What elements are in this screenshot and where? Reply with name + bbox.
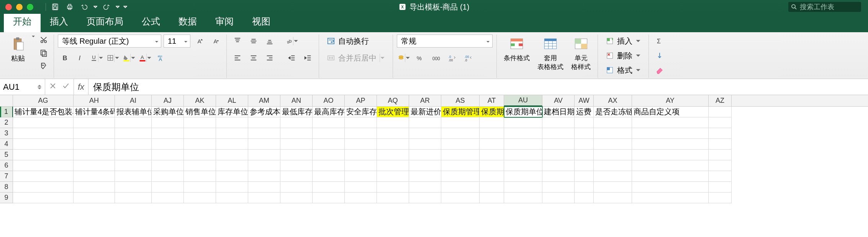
cell-AM1[interactable]: 参考成本 <box>248 107 280 117</box>
cell-AY1[interactable]: 商品自定义项 <box>632 107 709 117</box>
cell-AK3[interactable] <box>184 128 216 139</box>
formula-input[interactable] <box>88 79 868 95</box>
cell-AO1[interactable]: 最高库存 <box>313 107 345 117</box>
cell-AU8[interactable] <box>504 182 542 193</box>
cell-AI9[interactable] <box>115 193 152 203</box>
cell-AM2[interactable] <box>248 117 280 128</box>
tab-review[interactable]: 审阅 <box>206 12 243 32</box>
cell-AH8[interactable] <box>74 182 115 193</box>
cell-AL3[interactable] <box>216 128 248 139</box>
column-header-AL[interactable]: AL <box>216 95 248 106</box>
cell-AS7[interactable] <box>441 171 480 182</box>
cell-AJ7[interactable] <box>152 171 184 182</box>
cell-AP9[interactable] <box>345 193 377 203</box>
cell-AS3[interactable] <box>441 128 480 139</box>
cell-AM5[interactable] <box>248 150 280 160</box>
cell-AO8[interactable] <box>313 182 345 193</box>
conditional-format-button[interactable]: 条件格式 <box>501 35 533 64</box>
column-header-AR[interactable]: AR <box>409 95 441 106</box>
cell-AS8[interactable] <box>441 182 480 193</box>
paste-dropdown[interactable] <box>31 35 36 38</box>
clear-button[interactable] <box>653 64 667 77</box>
increase-decimal-button[interactable]: .0.00 <box>445 51 459 64</box>
format-painter-button[interactable] <box>38 61 50 71</box>
cell-AW1[interactable]: 运费 <box>575 107 594 117</box>
cell-AQ9[interactable] <box>377 193 409 203</box>
cell-AL8[interactable] <box>216 182 248 193</box>
cell-AZ1[interactable] <box>709 107 732 117</box>
cell-AP8[interactable] <box>345 182 377 193</box>
cell-AY9[interactable] <box>632 193 709 203</box>
cell-AS9[interactable] <box>441 193 480 203</box>
cell-AP6[interactable] <box>345 160 377 171</box>
name-box-input[interactable] <box>3 82 30 92</box>
column-header-AI[interactable]: AI <box>115 95 152 106</box>
cell-AR2[interactable] <box>409 117 441 128</box>
cell-AJ3[interactable] <box>152 128 184 139</box>
cell-AH3[interactable] <box>74 128 115 139</box>
cell-AP1[interactable]: 安全库存 <box>345 107 377 117</box>
wrap-text-button[interactable]: 自动换行 <box>323 35 389 48</box>
undo-dropdown[interactable] <box>93 2 98 12</box>
cell-AM8[interactable] <box>248 182 280 193</box>
font-size-combo[interactable]: 11 <box>164 35 190 48</box>
cell-AR8[interactable] <box>409 182 441 193</box>
cell-AX5[interactable] <box>594 150 632 160</box>
cell-AH9[interactable] <box>74 193 115 203</box>
number-format-combo[interactable]: 常规 <box>397 35 493 48</box>
cell-AV8[interactable] <box>542 182 575 193</box>
cell-AM6[interactable] <box>248 160 280 171</box>
align-center-button[interactable] <box>247 51 260 64</box>
undo-button[interactable] <box>78 2 90 12</box>
cell-AJ8[interactable] <box>152 182 184 193</box>
cell-AT7[interactable] <box>480 171 504 182</box>
cell-AY4[interactable] <box>632 139 709 150</box>
confirm-formula-button[interactable] <box>62 82 70 92</box>
cell-AK9[interactable] <box>184 193 216 203</box>
cell-AY8[interactable] <box>632 182 709 193</box>
cell-AL9[interactable] <box>216 193 248 203</box>
cell-AO2[interactable] <box>313 117 345 128</box>
redo-dropdown[interactable] <box>115 2 120 12</box>
cell-AQ4[interactable] <box>377 139 409 150</box>
cell-AQ5[interactable] <box>377 150 409 160</box>
bold-button[interactable]: B <box>58 51 72 64</box>
column-header-AM[interactable]: AM <box>248 95 280 106</box>
cell-AG7[interactable] <box>13 171 74 182</box>
cell-AN9[interactable] <box>280 193 313 203</box>
name-box[interactable] <box>0 79 45 95</box>
cell-AR6[interactable] <box>409 160 441 171</box>
cell-AG3[interactable] <box>13 128 74 139</box>
cell-AU3[interactable] <box>504 128 542 139</box>
row-header-3[interactable]: 3 <box>0 128 13 139</box>
cell-AY2[interactable] <box>632 117 709 128</box>
column-header-AT[interactable]: AT <box>480 95 504 106</box>
cell-AL5[interactable] <box>216 150 248 160</box>
cell-AS2[interactable] <box>441 117 480 128</box>
copy-button[interactable] <box>38 48 50 58</box>
cell-AO3[interactable] <box>313 128 345 139</box>
cell-AH5[interactable] <box>74 150 115 160</box>
cell-AN1[interactable]: 最低库存 <box>280 107 313 117</box>
align-left-button[interactable] <box>231 51 244 64</box>
cell-AT2[interactable] <box>480 117 504 128</box>
cell-AT9[interactable] <box>480 193 504 203</box>
cell-AI8[interactable] <box>115 182 152 193</box>
cell-AK1[interactable]: 销售单位 <box>184 107 216 117</box>
column-header-AG[interactable]: AG <box>13 95 74 106</box>
cell-AR4[interactable] <box>409 139 441 150</box>
cell-AN6[interactable] <box>280 160 313 171</box>
cell-AW5[interactable] <box>575 150 594 160</box>
cell-styles-button[interactable]: 单元 格样式 <box>568 35 594 73</box>
fill-button[interactable] <box>653 49 667 62</box>
cell-AL1[interactable]: 库存单位 <box>216 107 248 117</box>
qat-customize-dropdown[interactable] <box>123 2 128 12</box>
cell-AW3[interactable] <box>575 128 594 139</box>
cell-AJ4[interactable] <box>152 139 184 150</box>
cell-AL7[interactable] <box>216 171 248 182</box>
row-header-8[interactable]: 8 <box>0 182 13 193</box>
column-header-AV[interactable]: AV <box>542 95 575 106</box>
cell-AI1[interactable]: 报表辅单位 <box>115 107 152 117</box>
cell-AX4[interactable] <box>594 139 632 150</box>
align-top-button[interactable] <box>231 35 244 48</box>
